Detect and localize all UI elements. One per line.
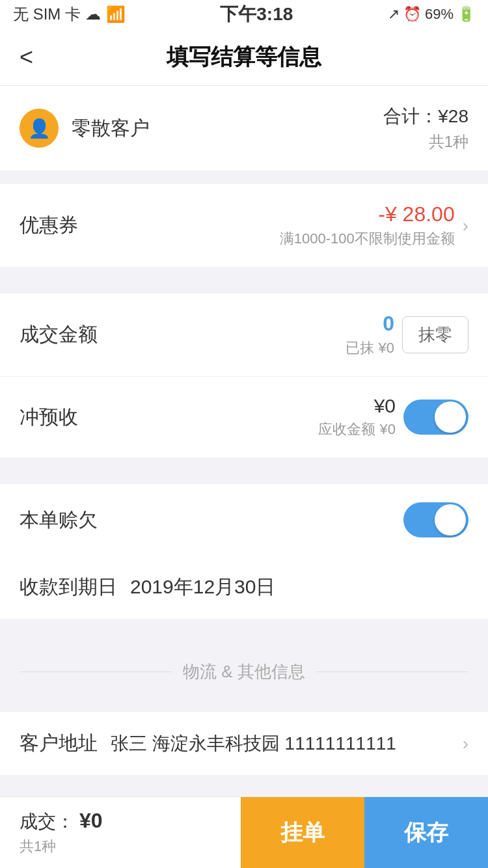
footer-count: 共1种 <box>20 837 221 856</box>
page-title: 填写结算等信息 <box>167 42 321 72</box>
debit-label: 本单赊欠 <box>20 507 98 534</box>
due-date-label: 收款到期日 <box>20 574 117 601</box>
discount-desc: 满1000-100不限制使用金额 <box>280 229 455 249</box>
prepay-toggle-knob <box>435 401 466 433</box>
deal-amount-value: 0 <box>346 312 394 336</box>
content-area: 👤 零散客户 合计：¥28 共1种 优惠券 -¥ 28.00 满1000-100… <box>0 86 488 866</box>
section-separator-1 <box>0 280 488 293</box>
coupon-chevron-icon: › <box>463 215 468 236</box>
avatar: 👤 <box>20 109 59 148</box>
divider-line-left <box>20 671 172 672</box>
deal-amount-sub: 已抹 ¥0 <box>346 338 394 358</box>
total-count: 共1种 <box>383 131 468 152</box>
location-icon: ↗ <box>388 6 400 23</box>
debit-toggle[interactable] <box>403 502 468 537</box>
prepay-right: ¥0 应收金额 ¥0 <box>318 395 468 439</box>
status-right: ↗ ⏰ 69% 🔋 <box>388 6 475 23</box>
prepay-toggle-wrap[interactable] <box>403 400 468 435</box>
save-button[interactable]: 保存 <box>364 797 488 868</box>
debit-toggle-wrap[interactable] <box>403 502 468 537</box>
section-separator-2 <box>0 470 488 483</box>
divider-line-right <box>316 671 468 672</box>
footer-deal-label: 成交： <box>20 809 74 834</box>
status-time: 下午3:18 <box>220 2 293 27</box>
debit-section: 本单赊欠 收款到期日 2019年12月30日 <box>0 483 488 619</box>
prepay-label: 冲预收 <box>20 404 78 431</box>
prepay-block: ¥0 应收金额 ¥0 <box>318 395 396 439</box>
deal-amount-text: 0 已抹 ¥0 <box>346 312 394 358</box>
prepay-row: 冲预收 ¥0 应收金额 ¥0 <box>0 376 488 457</box>
address-label: 客户地址 <box>20 730 98 757</box>
back-button[interactable]: < <box>20 44 33 71</box>
debit-right <box>403 502 468 537</box>
total-price: 合计：¥28 <box>383 104 468 129</box>
sim-status: 无 SIM 卡 ☁ <box>13 4 101 25</box>
deal-amount-row: 成交金额 0 已抹 ¥0 抹零 <box>0 293 488 376</box>
prepay-amount: ¥0 <box>318 395 396 417</box>
address-row[interactable]: 客户地址 张三 海淀永丰科技园 11111111111 › <box>0 712 488 775</box>
pending-button[interactable]: 挂单 <box>241 797 364 868</box>
deal-amount-label: 成交金额 <box>20 321 98 348</box>
coupon-text: -¥ 28.00 满1000-100不限制使用金额 <box>280 202 455 249</box>
discount-amount: -¥ 28.00 <box>280 202 455 226</box>
due-date-value: 2019年12月30日 <box>130 574 275 601</box>
section-separator-3 <box>0 632 488 645</box>
battery-icon: 🔋 <box>457 6 475 23</box>
prepay-sub: 应收金额 ¥0 <box>318 420 396 439</box>
status-bar: 无 SIM 卡 ☁ 📶 下午3:18 ↗ ⏰ 69% 🔋 <box>0 0 488 29</box>
customer-right: 合计：¥28 共1种 <box>383 104 468 152</box>
logistics-divider: 物流 & 其他信息 <box>0 645 488 699</box>
status-left: 无 SIM 卡 ☁ 📶 <box>13 4 126 25</box>
footer: 成交： ¥0 共1种 挂单 保存 <box>0 796 488 868</box>
customer-row: 👤 零散客户 合计：¥28 共1种 <box>0 86 488 170</box>
prepay-toggle[interactable] <box>403 400 468 435</box>
coupon-right: -¥ 28.00 满1000-100不限制使用金额 › <box>280 202 468 249</box>
avatar-icon: 👤 <box>28 118 51 139</box>
address-chevron-icon: › <box>463 733 468 754</box>
deal-amount-right: 0 已抹 ¥0 抹零 <box>346 312 468 358</box>
wifi-icon: 📶 <box>106 5 126 23</box>
debit-row: 本单赊欠 <box>0 483 488 556</box>
customer-name: 零散客户 <box>72 115 150 142</box>
logistics-label: 物流 & 其他信息 <box>183 660 305 683</box>
address-value: 张三 海淀永丰科技园 11111111111 <box>111 731 450 756</box>
alarm-icon: ⏰ <box>403 6 421 23</box>
due-date-row: 收款到期日 2019年12月30日 <box>0 556 488 619</box>
coupon-row[interactable]: 优惠券 -¥ 28.00 满1000-100不限制使用金额 › <box>0 183 488 267</box>
battery-level: 69% <box>425 6 454 23</box>
debit-toggle-knob <box>435 504 466 536</box>
customer-section: 👤 零散客户 合计：¥28 共1种 <box>0 86 488 170</box>
coupon-section: 优惠券 -¥ 28.00 满1000-100不限制使用金额 › <box>0 183 488 267</box>
footer-deal: 成交： ¥0 <box>20 809 221 834</box>
footer-deal-amount: ¥0 <box>79 809 103 833</box>
nav-bar: < 填写结算等信息 <box>0 29 488 86</box>
coupon-label: 优惠券 <box>20 212 78 239</box>
customer-left: 👤 零散客户 <box>20 109 150 148</box>
section-separator-4 <box>0 699 488 712</box>
address-section: 客户地址 张三 海淀永丰科技园 11111111111 › <box>0 712 488 775</box>
deal-amount-section: 成交金额 0 已抹 ¥0 抹零 冲预收 ¥0 应收金额 ¥0 <box>0 293 488 457</box>
round-off-button[interactable]: 抹零 <box>402 316 468 353</box>
footer-info: 成交： ¥0 共1种 <box>0 797 241 868</box>
